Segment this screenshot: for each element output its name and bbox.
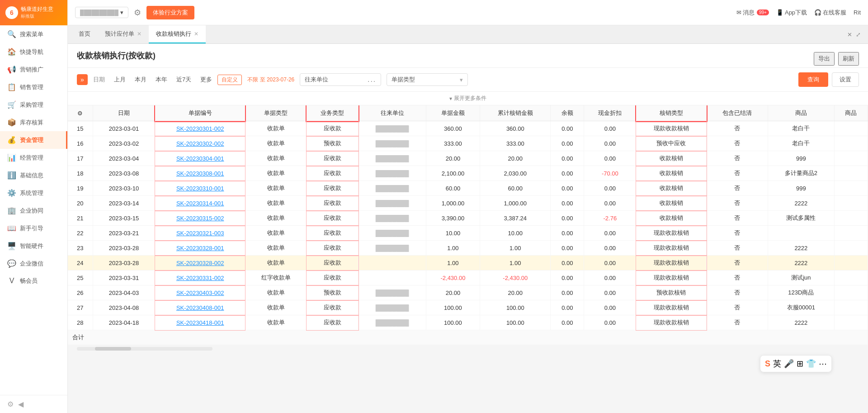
col-header-verify-type[interactable]: 核销类型 bbox=[636, 105, 707, 121]
this-month-btn[interactable]: 本月 bbox=[131, 75, 150, 85]
overlay-more-icon[interactable]: ⋯ bbox=[819, 359, 827, 369]
table-row-doc-no[interactable]: SK-20230403-002 bbox=[155, 285, 245, 300]
refresh-button[interactable]: 刷新 bbox=[838, 52, 859, 66]
table-row-doc-no[interactable]: SK-20230321-003 bbox=[155, 226, 245, 241]
table-row-doc-no[interactable]: SK-20230315-002 bbox=[155, 211, 245, 226]
sidebar-item-finance[interactable]: 💰 资金管理 bbox=[0, 131, 67, 149]
overlay-mic-icon[interactable]: 🎤 bbox=[784, 359, 794, 369]
settings-bottom-icon[interactable]: ⚙ bbox=[7, 400, 14, 408]
scroll-track[interactable] bbox=[77, 347, 212, 351]
sidebar-item-marketing[interactable]: 📢 营销推广 bbox=[0, 61, 67, 78]
expand-more-button[interactable]: ▾ 展开更多条件 bbox=[449, 95, 486, 102]
table-row-doc-no[interactable]: SK-20230408-001 bbox=[155, 300, 245, 315]
system-icon: ⚙️ bbox=[7, 189, 16, 197]
sidebar-item-corp[interactable]: 🏢 企业协同 bbox=[0, 202, 67, 219]
close-tab-icon[interactable]: ✕ bbox=[847, 31, 852, 38]
table-row-verify-type: 收款核销 bbox=[636, 166, 707, 181]
col-header-include-settled[interactable]: 包含已结清 bbox=[707, 105, 768, 121]
table-row-include-settled: 否 bbox=[707, 300, 768, 315]
sidebar-item-member[interactable]: V 畅会员 bbox=[0, 272, 67, 290]
table-row-no: 24 bbox=[68, 256, 93, 271]
table-row-doc-no[interactable]: SK-20230328-001 bbox=[155, 241, 245, 256]
tab-collection-exec[interactable]: 收款核销执行 ✕ bbox=[149, 25, 206, 43]
table-row-doc-no[interactable]: SK-20230301-002 bbox=[155, 121, 245, 136]
col-header-product2[interactable]: 商品 bbox=[834, 105, 868, 121]
table-row-balance: 0.00 bbox=[551, 241, 584, 256]
table-row-verify-amount: 100.00 bbox=[480, 315, 551, 330]
solution-button[interactable]: 体验行业方案 bbox=[146, 6, 194, 19]
partner-field[interactable]: 往来单位 ... bbox=[300, 73, 381, 86]
collapse-icon[interactable]: ◀ bbox=[18, 400, 24, 408]
table-row-verify-amount: 360.00 bbox=[480, 121, 551, 136]
table-row-doc-no[interactable]: SK-20230308-001 bbox=[155, 166, 245, 181]
tab-home[interactable]: 首页 bbox=[71, 25, 98, 43]
tab-pre-apply[interactable]: 预计应付单 ✕ bbox=[98, 25, 149, 43]
ops-icon: 📊 bbox=[7, 153, 16, 162]
table-row-verify-type: 现款收款核销 bbox=[636, 315, 707, 330]
overlay-grid-icon[interactable]: ⊞ bbox=[797, 359, 803, 369]
table-row-doc-no[interactable]: SK-20230314-001 bbox=[155, 196, 245, 211]
table-row-product2 bbox=[834, 285, 868, 300]
sidebar-item-wechat[interactable]: 💬 企业微信 bbox=[0, 255, 67, 272]
message-btn[interactable]: ✉ 消息 99+ bbox=[736, 9, 769, 17]
table-row-cash-discount: 0.00 bbox=[584, 315, 636, 330]
app-download-btn[interactable]: 📱 App下载 bbox=[776, 9, 807, 17]
branch-select[interactable]: ██████████ ▾ bbox=[75, 7, 128, 18]
sidebar-item-system[interactable]: ⚙️ 系统管理 bbox=[0, 184, 67, 202]
col-header-doc-no[interactable]: 单据编号 bbox=[155, 105, 245, 121]
col-header-product[interactable]: 商品 bbox=[768, 105, 834, 121]
sidebar-item-hardware[interactable]: 🖥️ 智能硬件 bbox=[0, 237, 67, 255]
this-year-btn[interactable]: 本年 bbox=[152, 75, 171, 85]
doc-type-field[interactable]: 单据类型 ▾ bbox=[387, 73, 468, 86]
tab-close-pre-apply[interactable]: ✕ bbox=[137, 31, 142, 37]
sidebar-item-guide[interactable]: 📖 新手引导 bbox=[0, 219, 67, 237]
table-row-no: 17 bbox=[68, 151, 93, 166]
last-month-btn[interactable]: 上月 bbox=[110, 75, 129, 85]
custom-date-btn[interactable]: 自定义 bbox=[217, 75, 242, 85]
tab-close-collection[interactable]: ✕ bbox=[194, 31, 198, 37]
sidebar-item-search[interactable]: 🔍 搜索菜单 bbox=[0, 25, 67, 43]
table-row-doc-no[interactable]: SK-20230304-001 bbox=[155, 151, 245, 166]
col-header-balance[interactable]: 余额 bbox=[551, 105, 584, 121]
sidebar-item-sales[interactable]: 📋 销售管理 bbox=[0, 78, 67, 96]
table-row-doc-no[interactable]: SK-20230310-001 bbox=[155, 181, 245, 196]
sidebar-item-ops[interactable]: 📊 经营管理 bbox=[0, 149, 67, 166]
table-row-doc-no[interactable]: SK-20230418-001 bbox=[155, 315, 245, 330]
col-header-doc-type[interactable]: 单据类型 bbox=[245, 105, 307, 121]
table-row-verify-amount: 2,030.00 bbox=[480, 166, 551, 181]
sidebar-item-stock[interactable]: 📦 库存核算 bbox=[0, 114, 67, 131]
col-header-date[interactable]: 日期 bbox=[93, 105, 155, 121]
table-row-doc-no[interactable]: SK-20230302-002 bbox=[155, 136, 245, 151]
col-header-partner[interactable]: 往来单位 bbox=[359, 105, 426, 121]
export-button[interactable]: 导出 bbox=[814, 52, 835, 66]
scroll-thumb[interactable] bbox=[95, 347, 131, 351]
branch-select-text: ██████████ bbox=[80, 9, 118, 16]
more-date-btn[interactable]: 更多 bbox=[197, 75, 216, 85]
table-row-partner: ████████ bbox=[359, 241, 426, 256]
table-row-doc-no[interactable]: SK-20230331-002 bbox=[155, 271, 245, 285]
col-header-amount[interactable]: 单据金额 bbox=[426, 105, 480, 121]
query-button[interactable]: 查询 bbox=[798, 72, 828, 87]
table-row-no: 27 bbox=[68, 300, 93, 315]
settings-button[interactable]: 设置 bbox=[832, 72, 859, 87]
table-row-doc-no[interactable]: SK-20230328-002 bbox=[155, 256, 245, 271]
table-row-date: 2023-03-10 bbox=[93, 181, 155, 196]
col-header-biz-type[interactable]: 业务类型 bbox=[307, 105, 359, 121]
col-header-settings[interactable]: ⚙ bbox=[68, 105, 93, 121]
table-row-amount: 360.00 bbox=[426, 121, 480, 136]
sidebar-item-quick[interactable]: 🏠 快捷导航 bbox=[0, 43, 67, 61]
table-row-product2 bbox=[834, 136, 868, 151]
filter-expand-button[interactable]: » bbox=[77, 74, 88, 85]
sidebar-item-base[interactable]: ℹ️ 基础信息 bbox=[0, 166, 67, 184]
col-header-verify-amount[interactable]: 累计核销金额 bbox=[480, 105, 551, 121]
table-row-amount: 10.00 bbox=[426, 226, 480, 241]
gear-icon[interactable]: ⚙ bbox=[134, 8, 141, 18]
user-name[interactable]: Rit bbox=[854, 9, 861, 16]
online-service-btn[interactable]: 🎧 在线客服 bbox=[814, 9, 846, 17]
last-7days-btn[interactable]: 近7天 bbox=[173, 75, 195, 85]
overlay-shirt-icon[interactable]: 👕 bbox=[806, 359, 816, 369]
table-row-verify-type: 现款收款核销 bbox=[636, 300, 707, 315]
maximize-icon[interactable]: ⤢ bbox=[856, 31, 861, 38]
sidebar-item-purchase[interactable]: 🛒 采购管理 bbox=[0, 96, 67, 114]
col-header-cash-discount[interactable]: 现金折扣 bbox=[584, 105, 636, 121]
